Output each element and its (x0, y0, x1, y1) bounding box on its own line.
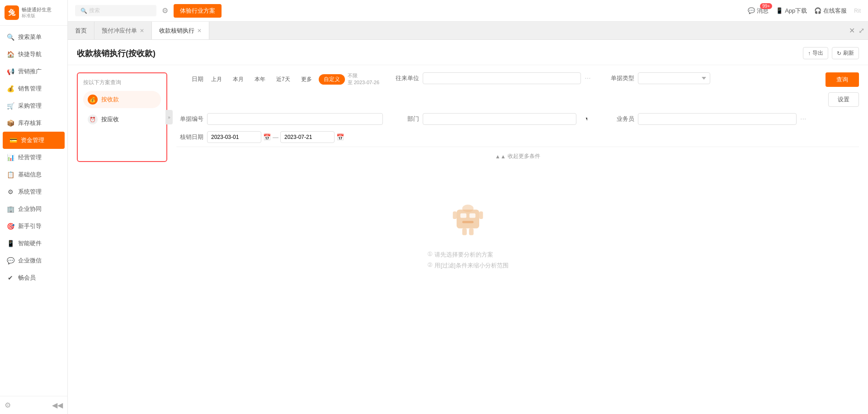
date-to: 至 2023-07-26 (348, 79, 379, 86)
export-label: 导出 (812, 49, 823, 57)
doc-no-label: 单据编号 (176, 115, 203, 123)
empty-hint-2: 用[过滤]条件来缩小分析范围 (427, 262, 508, 270)
date-btn-this-year[interactable]: 本年 (250, 74, 269, 85)
collapse-more-button[interactable]: ▲▲ 收起更多条件 (491, 151, 545, 162)
user-avatar[interactable]: Rit (854, 8, 861, 14)
sidebar-item-label: 经营管理 (18, 153, 42, 162)
page-title: 收款核销执行(按收款) (77, 48, 156, 59)
staff-input[interactable] (638, 113, 797, 125)
sidebar-item-label: 系统管理 (18, 188, 42, 196)
date-btn-7days[interactable]: 近7天 (272, 74, 294, 85)
staff-dots-icon[interactable]: ··· (800, 115, 814, 123)
sidebar-item-smart-hw[interactable]: 📱 智能硬件 (0, 235, 67, 252)
sidebar-item-marketing[interactable]: 📢 营销推广 (0, 63, 67, 80)
tab-receipt-writeoff-close-icon[interactable]: ✕ (197, 28, 202, 34)
settings-button[interactable]: 设置 (828, 92, 859, 107)
svg-rect-3 (462, 221, 474, 223)
footer-settings-icon[interactable]: ⚙ (5, 401, 11, 409)
sidebar-item-sales[interactable]: 💰 销售管理 (0, 80, 67, 97)
sidebar-item-system[interactable]: ⚙ 系统管理 (0, 183, 67, 200)
sidebar-item-label: 快捷导航 (18, 50, 42, 58)
sidebar-item-quick-nav[interactable]: 🏠 快捷导航 (0, 46, 67, 63)
tab-receipt-writeoff-label: 收款核销执行 (159, 27, 194, 35)
marketing-icon: 📢 (6, 67, 14, 76)
query-button[interactable]: 查询 (826, 72, 859, 87)
writeoff-date-label: 核销日期 (176, 133, 203, 141)
sidebar-item-wechat[interactable]: 💬 企业微信 (0, 252, 67, 269)
page-header: 收款核销执行(按收款) ↑ 导出 ↻ 刷新 (68, 40, 868, 65)
query-btn-col: 查询 设置 (823, 72, 859, 107)
footer-collapse-icon[interactable]: ◀◀ (52, 401, 63, 409)
empty-illustration (445, 196, 491, 242)
app-icon: 📱 (776, 7, 783, 14)
writeoff-date-start-input[interactable] (207, 131, 261, 143)
tab-maximize-icon[interactable]: ⤢ (859, 26, 864, 35)
filter-area: 按以下方案查询 💰 按收款 ⏰ 按应收 » 日期 (68, 65, 868, 169)
message-button[interactable]: 💬 消息 99+ (748, 7, 769, 15)
tab-receipt-writeoff[interactable]: 收款核销执行 ✕ (152, 22, 209, 39)
svg-rect-7 (469, 228, 474, 235)
writeoff-date-end-calendar-icon[interactable]: 📅 (336, 133, 344, 141)
app-download-label: App下载 (785, 7, 807, 15)
sales-icon: 💰 (6, 85, 14, 93)
refresh-button[interactable]: ↻ 刷新 (832, 47, 859, 59)
sidebar-item-member[interactable]: ✔ 畅会员 (0, 269, 67, 286)
online-service-button[interactable]: 🎧 在线客服 (814, 7, 847, 15)
export-icon: ↑ (808, 50, 811, 57)
writeoff-date-end-input[interactable] (280, 131, 335, 143)
message-icon: 💬 (748, 7, 755, 14)
svg-rect-0 (457, 209, 479, 228)
doc-no-input[interactable] (207, 113, 383, 125)
sidebar-item-inventory[interactable]: 📦 库存核算 (0, 114, 67, 132)
sidebar-item-purchase[interactable]: 🛒 采购管理 (0, 97, 67, 114)
empty-hint-1: 请先选择要分析的方案 (427, 251, 508, 259)
inventory-icon: 📦 (6, 119, 14, 127)
partner-dots-icon[interactable]: ··· (585, 74, 598, 82)
topbar-gear-icon[interactable]: ⚙ (162, 6, 168, 15)
sidebar-item-search-menu[interactable]: 🔍 搜索菜单 (0, 29, 67, 46)
date-btn-custom[interactable]: 自定义 (319, 74, 345, 85)
sidebar-item-guide[interactable]: 🎯 新手引导 (0, 218, 67, 235)
filter-sidebar-collapse-button[interactable]: » (165, 110, 173, 124)
industry-solution-button[interactable]: 体验行业方案 (174, 4, 222, 18)
filter-option-by-receivable[interactable]: ⏰ 按应收 (83, 111, 161, 128)
sidebar-item-label: 企业协同 (18, 205, 42, 213)
sidebar-item-label: 资金管理 (21, 136, 44, 144)
dept-input[interactable] (423, 113, 577, 125)
sidebar-nav: 🔍 搜索菜单 🏠 快捷导航 📢 营销推广 💰 销售管理 🛒 采购管理 📦 库存核… (0, 26, 67, 396)
dept-select[interactable]: ▼ (580, 114, 598, 124)
tab-home[interactable]: 首页 (68, 22, 94, 39)
sidebar-item-finance[interactable]: 💳 资金管理 (3, 132, 65, 149)
refresh-label: 刷新 (843, 49, 854, 57)
sidebar-item-basic-info[interactable]: 📋 基础信息 (0, 166, 67, 183)
filter-option-by-receipt[interactable]: 💰 按收款 (83, 91, 161, 108)
writeoff-date-start-calendar-icon[interactable]: 📅 (263, 133, 271, 141)
topbar-right: 💬 消息 99+ 📱 App下载 🎧 在线客服 Rit (748, 7, 861, 15)
partner-input[interactable] (423, 72, 581, 84)
sidebar-item-enterprise[interactable]: 🏢 企业协同 (0, 200, 67, 218)
tab-close-all-icon[interactable]: ✕ (849, 26, 855, 35)
tab-prepay[interactable]: 预付冲应付单 ✕ (94, 22, 152, 39)
by-receivable-icon: ⏰ (88, 114, 98, 124)
by-receivable-label: 按应收 (101, 115, 119, 124)
app-download-button[interactable]: 📱 App下载 (776, 7, 807, 15)
export-button[interactable]: ↑ 导出 (803, 47, 828, 59)
date-nolimit: 不限 (348, 72, 379, 79)
date-btn-this-month[interactable]: 本月 (229, 74, 248, 85)
tab-prepay-close-icon[interactable]: ✕ (140, 28, 144, 34)
sidebar-item-label: 采购管理 (18, 102, 42, 110)
topbar-search-box[interactable]: 🔍 搜索 (75, 5, 156, 16)
app-edition: 标准版 (22, 13, 52, 19)
page-actions: ↑ 导出 ↻ 刷新 (803, 47, 859, 59)
sidebar-item-label: 新手引导 (18, 222, 42, 230)
basic-info-icon: 📋 (6, 171, 14, 179)
collapse-more-label: 收起更多条件 (508, 152, 540, 160)
topbar-left: 🔍 搜索 ⚙ 体验行业方案 (75, 4, 222, 18)
date-options-group: 上月 本月 本年 近7天 更多 自定义 不限 至 2023-07-26 (207, 72, 379, 86)
search-menu-icon: 🔍 (6, 33, 14, 41)
sidebar-item-operations[interactable]: 📊 经营管理 (0, 149, 67, 166)
date-btn-more[interactable]: 更多 (297, 74, 316, 85)
date-btn-last-month[interactable]: 上月 (207, 74, 226, 85)
message-badge: 99+ (760, 3, 772, 9)
doc-type-select[interactable] (638, 72, 710, 84)
